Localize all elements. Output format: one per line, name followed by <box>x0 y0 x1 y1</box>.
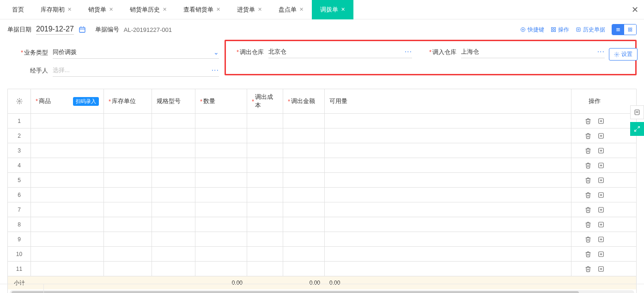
cell-cost[interactable] <box>247 232 283 246</box>
close-icon[interactable]: ✕ <box>258 6 262 12</box>
close-icon[interactable]: ✕ <box>109 6 113 12</box>
delete-icon[interactable] <box>585 147 591 154</box>
table-row[interactable]: 5 <box>8 173 636 188</box>
cell-qty[interactable] <box>195 173 247 187</box>
cell-unit[interactable] <box>104 173 152 187</box>
cell-available[interactable] <box>325 232 571 246</box>
cell-amount[interactable] <box>283 188 325 202</box>
cell-qty[interactable] <box>195 262 247 276</box>
delete-icon[interactable] <box>585 118 591 124</box>
table-row[interactable]: 6 <box>8 188 636 202</box>
cell-available[interactable] <box>325 114 571 128</box>
tab-view-sales[interactable]: 查看销货单✕ <box>175 0 229 19</box>
cell-cost[interactable] <box>247 217 283 232</box>
cell-qty[interactable] <box>195 114 247 128</box>
side-expand-button[interactable] <box>630 122 644 136</box>
cell-cost[interactable] <box>247 143 283 158</box>
cell-available[interactable] <box>325 188 571 202</box>
view-list-button[interactable] <box>612 24 624 35</box>
cell-cost[interactable] <box>247 247 283 261</box>
tab-inventory-init[interactable]: 库存期初✕ <box>32 0 80 19</box>
action-link[interactable]: 操作 <box>551 26 569 34</box>
tab-home[interactable]: 首页 <box>4 0 32 19</box>
out-warehouse-field[interactable]: *调出仓库 北京仓··· <box>229 43 412 61</box>
cell-product[interactable] <box>31 114 104 128</box>
cell-product[interactable] <box>31 188 104 202</box>
cell-available[interactable] <box>325 262 571 276</box>
cell-cost[interactable] <box>247 128 283 143</box>
table-row[interactable]: 1 <box>8 114 636 128</box>
add-icon[interactable] <box>598 133 604 139</box>
cell-qty[interactable] <box>195 128 247 143</box>
cell-product[interactable] <box>31 173 104 187</box>
tab-sales-history[interactable]: 销货单历史✕ <box>122 0 175 19</box>
cell-qty[interactable] <box>195 232 247 246</box>
out-warehouse-select[interactable]: 北京仓··· <box>268 46 412 58</box>
view-grid-button[interactable] <box>624 24 636 35</box>
side-notes-button[interactable] <box>630 105 644 119</box>
delete-icon[interactable] <box>585 251 591 257</box>
cell-product[interactable] <box>31 128 104 143</box>
add-icon[interactable] <box>598 251 604 257</box>
more-icon[interactable]: ··· <box>597 48 605 56</box>
close-icon[interactable]: ✕ <box>67 6 72 12</box>
add-icon[interactable] <box>598 162 604 169</box>
cell-product[interactable] <box>31 247 104 261</box>
in-warehouse-field[interactable]: *调入仓库 上海仓··· <box>421 43 632 61</box>
delete-icon[interactable] <box>585 221 591 228</box>
cell-amount[interactable] <box>283 262 325 276</box>
cell-cost[interactable] <box>247 188 283 202</box>
cell-amount[interactable] <box>283 232 325 246</box>
cell-amount[interactable] <box>283 217 325 232</box>
history-link[interactable]: 历史单据 <box>576 26 605 34</box>
tab-purchase[interactable]: 进货单✕ <box>229 0 270 19</box>
date-input[interactable]: 2019-12-27 <box>36 25 74 35</box>
biz-type-select[interactable]: 同价调拨⌄ <box>53 46 219 59</box>
cell-available[interactable] <box>325 143 571 158</box>
cell-product[interactable] <box>31 217 104 232</box>
add-icon[interactable] <box>598 266 604 272</box>
cell-qty[interactable] <box>195 188 247 202</box>
cell-unit[interactable] <box>104 188 152 202</box>
cell-cost[interactable] <box>247 158 283 172</box>
cell-spec[interactable] <box>152 232 195 246</box>
add-icon[interactable] <box>598 147 604 154</box>
delete-icon[interactable] <box>585 133 591 139</box>
cell-unit[interactable] <box>104 143 152 158</box>
add-icon[interactable] <box>598 192 604 198</box>
cell-unit[interactable] <box>104 202 152 217</box>
cell-product[interactable] <box>31 202 104 217</box>
table-row[interactable]: 9 <box>8 232 636 247</box>
table-row[interactable]: 11 <box>8 262 636 276</box>
close-icon[interactable]: ✕ <box>163 6 167 12</box>
cell-cost[interactable] <box>247 173 283 187</box>
cell-unit[interactable] <box>104 232 152 246</box>
cell-available[interactable] <box>325 128 571 143</box>
delete-icon[interactable] <box>585 192 591 198</box>
cell-spec[interactable] <box>152 158 195 172</box>
handler-field[interactable]: 经手人 选择...··· <box>13 61 219 79</box>
cell-spec[interactable] <box>152 217 195 232</box>
delete-icon[interactable] <box>585 177 591 183</box>
close-icon[interactable]: ✕ <box>341 6 345 12</box>
add-icon[interactable] <box>598 236 604 243</box>
cell-unit[interactable] <box>104 247 152 261</box>
cell-product[interactable] <box>31 158 104 172</box>
cell-amount[interactable] <box>283 202 325 217</box>
cell-available[interactable] <box>325 173 571 187</box>
cell-amount[interactable] <box>283 158 325 172</box>
table-row[interactable]: 2 <box>8 128 636 143</box>
biz-type-field[interactable]: *业务类型 同价调拨⌄ <box>13 43 219 61</box>
table-row[interactable]: 4 <box>8 158 636 173</box>
table-row[interactable]: 7 <box>8 202 636 217</box>
close-all-icon[interactable]: ✕ <box>632 5 638 15</box>
cell-amount[interactable] <box>283 247 325 261</box>
table-row[interactable]: 10 <box>8 247 636 262</box>
in-warehouse-select[interactable]: 上海仓··· <box>461 46 605 58</box>
add-icon[interactable] <box>598 118 604 124</box>
cell-spec[interactable] <box>152 247 195 261</box>
cell-available[interactable] <box>325 158 571 172</box>
delete-icon[interactable] <box>585 236 591 243</box>
shortcut-link[interactable]: 快捷键 <box>520 26 544 34</box>
add-icon[interactable] <box>598 207 604 213</box>
